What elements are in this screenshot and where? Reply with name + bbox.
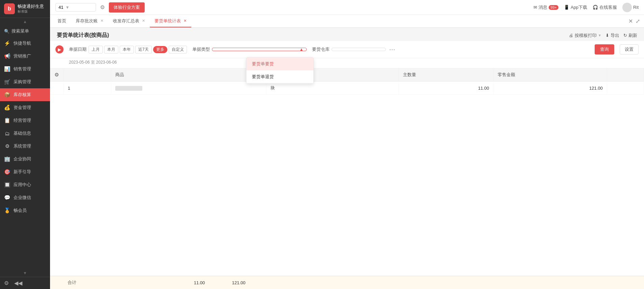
date-btn-custom[interactable]: 自定义 <box>169 46 187 53</box>
query-btn[interactable]: 查询 <box>595 44 614 54</box>
sidebar-item-finance[interactable]: 💰 资金管理 <box>0 101 50 114</box>
quick-nav-icon: ⚡ <box>4 40 10 46</box>
message-label: 消息 <box>539 4 547 10</box>
company-selector-value: 41 <box>58 5 63 10</box>
date-quick-btns: 上月 本月 本年 近7天 更多 自定义 <box>89 46 187 53</box>
table-header-row: ⚙ 商品 主计量单位 主数量 零售金额 <box>50 68 644 82</box>
sidebar-item-system[interactable]: ⚙ 系统管理 <box>0 140 50 153</box>
date-btn-last-month[interactable]: 上月 <box>89 46 103 53</box>
refresh-label: 刷新 <box>628 32 637 39</box>
sidebar-item-marketing[interactable]: 📢 营销推广 <box>0 50 50 63</box>
sidebar-item-member[interactable]: 🏅 畅会员 <box>0 204 50 217</box>
date-btn-more[interactable]: 更多 <box>153 46 167 53</box>
table-cell-quantity: 11.00 <box>399 82 493 95</box>
tab-order-stats-label: 要货单统计表 <box>154 18 181 24</box>
export-label: 导出 <box>611 32 619 39</box>
warehouse-filter-select[interactable] <box>332 48 386 51</box>
tab-inventory-batch-close[interactable]: ✕ <box>100 19 103 23</box>
tab-inventory-batch[interactable]: 库存批次账 ✕ <box>71 15 108 27</box>
table-cell-settings <box>50 82 64 95</box>
dropdown-item-order-purchase-label: 要货单要货 <box>252 61 274 66</box>
download-icon: 📱 <box>564 5 569 10</box>
sidebar-item-apps[interactable]: 🔲 应用中心 <box>0 178 50 191</box>
table-row: 1 块 11.00 121.00 <box>50 82 644 95</box>
filter-more-dots[interactable]: ⋯ <box>389 46 395 53</box>
settings-btn[interactable]: 设置 <box>620 44 639 54</box>
marketing-icon: 📢 <box>4 53 10 59</box>
dropdown-item-order-return[interactable]: 要货单退货 <box>246 70 313 83</box>
export-icon: ⬇ <box>605 33 609 38</box>
headset-icon: 🎧 <box>593 5 598 10</box>
sidebar-item-sales[interactable]: 📊 销售管理 <box>0 63 50 75</box>
tab-order-stats[interactable]: 要货单统计表 ✕ <box>150 15 191 27</box>
close-tab-icon[interactable]: ✕ <box>628 18 633 24</box>
table-settings-col[interactable]: ⚙ <box>50 68 64 82</box>
topbar-gear-icon[interactable]: ⚙ <box>100 4 105 10</box>
tabs-right-controls: ✕ ⤢ <box>628 15 641 27</box>
online-service-btn[interactable]: 🎧 在线客服 <box>593 4 617 10</box>
sidebar-item-label: 经营管理 <box>14 117 31 124</box>
maximize-icon[interactable]: ⤢ <box>636 18 640 24</box>
chevron-down-icon: ▼ <box>65 5 69 10</box>
sidebar-item-label: 畅会员 <box>14 207 27 214</box>
tab-shipment-summary-close[interactable]: ✕ <box>142 19 145 23</box>
sidebar-item-guide[interactable]: 🎯 新手引导 <box>0 165 50 178</box>
company-selector[interactable]: 41 ▼ <box>55 3 96 12</box>
data-table: ⚙ 商品 主计量单位 主数量 零售金额 1 块 11.00 <box>50 68 644 95</box>
page-header: 要货单统计表(按商品) 🖨 按模板打印 ▼ ⬇ 导出 ↻ 刷新 <box>50 28 644 41</box>
filter-expand-btn[interactable]: ▶ <box>55 45 64 53</box>
main-area: 41 ▼ ⚙ 体验行业方案 ✉ 消息 99+ 📱 App下载 🎧 在线客服 Ri… <box>50 0 644 289</box>
sidebar-item-enterprise[interactable]: 🏢 企业协同 <box>0 153 50 165</box>
settings-bottom-icon[interactable]: ⚙ <box>4 280 9 286</box>
table-cell-product <box>111 82 266 95</box>
sidebar-item-inventory[interactable]: 📦 库存核算 <box>0 88 50 101</box>
trial-btn[interactable]: 体验行业方案 <box>109 2 145 13</box>
scroll-up-indicator[interactable]: ▲ <box>0 18 50 25</box>
sidebar-item-label: 资金管理 <box>14 105 31 111</box>
filter-bar: ▶ 单据日期 上月 本月 本年 近7天 更多 自定义 单据类型 ▲ <box>50 41 644 58</box>
export-action[interactable]: ⬇ 导出 <box>605 32 619 39</box>
online-service-label: 在线客服 <box>599 4 617 10</box>
operation-icon: 📋 <box>4 117 10 124</box>
sidebar-bottom: ⚙ ◀◀ <box>0 277 50 289</box>
guide-icon: 🎯 <box>4 169 10 175</box>
table-area: ⚙ 商品 主计量单位 主数量 零售金额 1 块 11.00 <box>50 68 644 276</box>
refresh-action[interactable]: ↻ 刷新 <box>623 32 637 39</box>
tab-order-stats-close[interactable]: ✕ <box>184 19 187 23</box>
type-filter-select[interactable]: ▲ <box>212 48 307 51</box>
sidebar: b 畅捷通好生意 标准版 ▲ 🔍 搜索菜单 ⚡ 快捷导航 📢 营销推广 📊 销售… <box>0 0 50 289</box>
sidebar-item-label: 基础信息 <box>14 130 31 136</box>
tab-inventory-batch-label: 库存批次账 <box>76 18 98 24</box>
collapse-sidebar-icon[interactable]: ◀◀ <box>14 280 22 286</box>
warehouse-filter-label: 要货仓库 <box>312 46 330 52</box>
print-action[interactable]: 🖨 按模板打印 ▼ <box>569 32 601 39</box>
tab-shipment-summary[interactable]: 收发存汇总表 ✕ <box>108 15 150 27</box>
sidebar-item-label: 采购管理 <box>14 79 31 85</box>
type-filter-group: 单据类型 ▲ <box>192 46 307 52</box>
app-download-btn[interactable]: 📱 App下载 <box>564 4 587 10</box>
dropdown-item-order-purchase[interactable]: 要货单要货 <box>246 58 313 70</box>
date-btn-this-month[interactable]: 本月 <box>104 46 118 53</box>
sidebar-item-quick-nav[interactable]: ⚡ 快捷导航 <box>0 37 50 50</box>
search-menu[interactable]: 🔍 搜索菜单 <box>0 25 50 37</box>
tab-home[interactable]: 首页 <box>53 15 71 27</box>
sidebar-item-basic[interactable]: 🗂 基础信息 <box>0 127 50 140</box>
page-title: 要货单统计表(按商品) <box>57 32 109 39</box>
sidebar-item-operation[interactable]: 📋 经营管理 <box>0 114 50 127</box>
sidebar-item-purchase[interactable]: 🛒 采购管理 <box>0 75 50 88</box>
scroll-down-indicator[interactable]: ▼ <box>0 269 50 277</box>
refresh-icon: ↻ <box>623 33 627 38</box>
user-avatar-area[interactable]: Rit <box>622 3 639 12</box>
date-btn-last-7-days[interactable]: 近7天 <box>135 46 152 53</box>
sidebar-item-wechat[interactable]: 💬 企业微信 <box>0 191 50 204</box>
date-filter-group: 单据日期 上月 本月 本年 近7天 更多 自定义 <box>69 46 187 53</box>
message-btn[interactable]: ✉ 消息 99+ <box>533 4 558 10</box>
print-dropdown-icon: ▼ <box>598 34 601 37</box>
sidebar-item-label: 企业微信 <box>14 195 31 201</box>
table-index-col <box>64 68 111 82</box>
message-badge: 99+ <box>549 5 558 10</box>
date-btn-this-year[interactable]: 本年 <box>120 46 134 53</box>
avatar <box>622 3 632 12</box>
app-subtitle: 标准版 <box>18 9 44 14</box>
dropdown-item-order-return-label: 要货单退货 <box>252 74 274 79</box>
